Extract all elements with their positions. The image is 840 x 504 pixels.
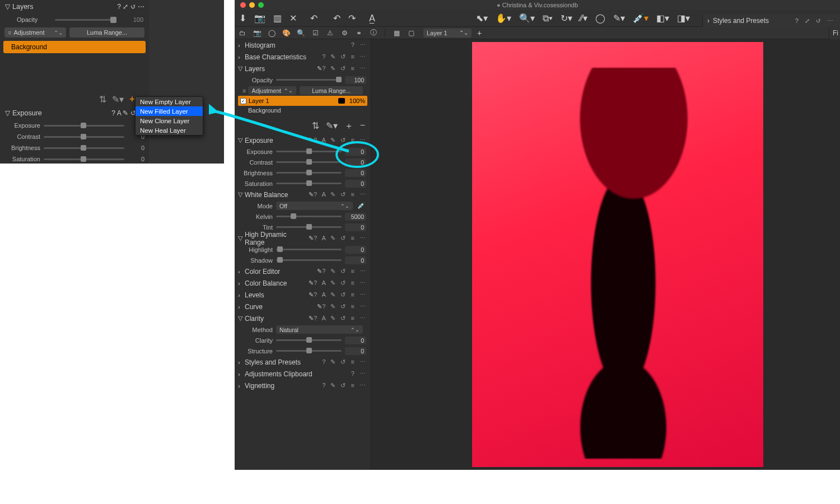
sec-stylespresets[interactable]: ›Styles and Presets ? ✎ ↺ ≡ ⋯ xyxy=(235,356,371,368)
undo-icon[interactable]: ↶ xyxy=(310,13,318,24)
opacity-slider[interactable] xyxy=(276,79,342,81)
brush-icon[interactable]: ✎▾ xyxy=(613,13,625,24)
layer-visible-checkbox[interactable]: ✓ xyxy=(240,98,246,104)
adjustment-dropdown[interactable]: ≡ Adjustment⌃⌄ xyxy=(4,27,66,38)
x-icon[interactable]: ✕ xyxy=(290,13,297,24)
add-layer-button[interactable]: ＋ xyxy=(344,120,353,132)
adjustment-dropdown[interactable]: Adjustment⌃⌄ xyxy=(248,86,296,95)
layer-picker[interactable]: Layer 1⌃⌄ xyxy=(423,29,472,38)
exposure-panel-header[interactable]: ▽ Exposure ? A ✎ ↺ ⋯ xyxy=(0,106,149,120)
tool-tabs: 🗀 📷 ◯ 🎨 🔍 ☑ ⚠ ⚙ ⚭ ⓘ ▦ ▢ Layer 1⌃⌄ + xyxy=(235,27,840,39)
redo-icon[interactable]: ↷ xyxy=(348,13,356,24)
disclosure-icon[interactable]: ▽ xyxy=(4,109,10,117)
single-view-icon[interactable]: ▢ xyxy=(407,29,416,37)
eyedropper-icon[interactable]: 💉▾ xyxy=(633,13,648,24)
edit-icon[interactable]: ✎ xyxy=(317,65,322,72)
disclosure-icon[interactable]: ▽ xyxy=(4,3,10,11)
sec-layers[interactable]: ▽Layers ✎ ? ✎ ↺ ≡ ⋯ xyxy=(235,63,371,74)
close-icon[interactable] xyxy=(240,2,246,8)
camera-icon[interactable]: 📷 xyxy=(254,13,265,24)
cursor-icon[interactable]: ⬉▾ xyxy=(476,13,488,24)
tint-slider[interactable] xyxy=(276,226,342,228)
structure-slider[interactable] xyxy=(276,350,342,352)
layers-panel-header[interactable]: ▽ Layers ? ⤢ ↺ ⋯ xyxy=(0,0,149,13)
info-tab-icon[interactable]: ⓘ xyxy=(369,28,378,38)
layer-row-background[interactable]: Background xyxy=(238,106,367,114)
erase-icon[interactable]: ◧▾ xyxy=(656,13,669,24)
check-tab-icon[interactable]: ☑ xyxy=(311,29,320,37)
import-icon[interactable]: ⬇ xyxy=(239,13,246,24)
straighten-icon[interactable]: ⁄⁄▾ xyxy=(580,13,587,24)
opacity-slider[interactable] xyxy=(55,19,116,21)
brightness-slider[interactable] xyxy=(276,172,342,174)
saturation-slider[interactable] xyxy=(44,158,124,160)
eyedropper-icon[interactable]: 💉 xyxy=(356,202,366,209)
layer-row-layer1[interactable]: ✓ Layer 1 100% xyxy=(238,96,367,106)
brush-icon[interactable]: ✎▾ xyxy=(326,120,338,132)
wb-mode-dropdown[interactable]: Off⌃⌄ xyxy=(276,202,353,210)
exposure-slider[interactable] xyxy=(276,151,342,152)
fi-tab[interactable]: Fi xyxy=(829,27,840,39)
sec-hdr[interactable]: ▽High Dynamic Range ✎? A ✎ ↺ ≡ ⋯ xyxy=(235,232,371,244)
lens-tab-icon[interactable]: ◯ xyxy=(267,29,276,37)
highlight-slider[interactable] xyxy=(276,249,342,250)
remove-layer-button[interactable]: − xyxy=(360,120,365,132)
brightness-slider[interactable] xyxy=(44,147,124,149)
brush-icon[interactable]: ✎▾ xyxy=(112,94,124,105)
sec-coloreditor[interactable]: ›Color Editor✎ ? ✎ ↺ ≡ ⋯ xyxy=(235,265,371,277)
color-tab-icon[interactable]: 🎨 xyxy=(282,29,291,37)
ctx-item[interactable]: New Clone Layer xyxy=(136,116,203,125)
rotate-icon[interactable]: ↻▾ xyxy=(561,13,572,24)
sec-exposure[interactable]: ▽Exposure ✎? A ✎ ↺ ≡ ⋯ xyxy=(235,134,371,146)
sec-levels[interactable]: ›Levels✎ ? A ✎ ↺ ≡ ⋯ xyxy=(235,289,371,301)
styles-presets-bar[interactable]: › Styles and Presets ? ⤢ ↺ ⋯ xyxy=(702,15,840,27)
sec-adjclip[interactable]: ›Adjustments Clipboard ? ⋯ xyxy=(235,368,371,380)
gradient-icon[interactable]: ◨▾ xyxy=(677,13,690,24)
swap-icon[interactable]: ⇅ xyxy=(99,94,106,105)
clarity-method-dropdown[interactable]: Natural⌃⌄ xyxy=(276,325,363,334)
panel-action-icons[interactable]: ? ⤢ ↺ ⋯ xyxy=(117,3,144,11)
sec-curve[interactable]: ›Curve✎ ? ✎ ↺ ≡ ⋯ xyxy=(235,301,371,312)
library-tab-icon[interactable]: 🗀 xyxy=(238,29,247,37)
zoom-icon[interactable] xyxy=(258,2,264,8)
gear-tab-icon[interactable]: ⚙ xyxy=(340,29,349,37)
link-tab-icon[interactable]: ⚭ xyxy=(354,29,363,37)
sec-whitebalance[interactable]: ▽White Balance ✎? A ✎ ↺ ≡ ⋯ xyxy=(235,189,371,200)
sec-base[interactable]: ›Base Characteristics ? ✎ ↺ ≡ ⋯ xyxy=(235,51,371,63)
text-icon[interactable]: A̲ xyxy=(369,13,375,24)
exposure-slider[interactable] xyxy=(44,125,124,127)
mask-icon[interactable] xyxy=(338,98,345,104)
panel-action-icons[interactable]: ? ⤢ ↺ ⋯ xyxy=(795,17,836,25)
ctx-item[interactable]: New Heal Layer xyxy=(136,125,203,135)
crop-icon[interactable]: ⧉▾ xyxy=(543,13,553,24)
luma-range-button[interactable]: Luma Range... xyxy=(300,86,363,95)
folder-open-icon[interactable]: ▥ xyxy=(273,13,282,24)
sec-histogram[interactable]: ›Histogram ? ⋯ xyxy=(235,39,371,51)
sec-clarity[interactable]: ▽Clarity✎ ? A ✎ ↺ ≡ ⋯ xyxy=(235,312,371,324)
shadow-slider[interactable] xyxy=(276,259,342,261)
capture-tab-icon[interactable]: 📷 xyxy=(253,29,262,37)
add-layer-button[interactable]: + xyxy=(129,94,134,105)
luma-range-button[interactable]: Luma Range... xyxy=(69,27,144,38)
swap-icon[interactable]: ⇅ xyxy=(312,120,319,132)
clarity-slider[interactable] xyxy=(276,339,342,341)
zoom-tool-icon[interactable]: 🔍▾ xyxy=(519,13,535,24)
hand-icon[interactable]: ✋▾ xyxy=(496,13,511,24)
kelvin-slider[interactable] xyxy=(276,216,342,217)
contrast-slider[interactable] xyxy=(44,136,124,138)
ctx-item[interactable]: New Filled Layer xyxy=(136,106,203,116)
search-tab-icon[interactable]: 🔍 xyxy=(296,29,305,37)
ctx-item[interactable]: New Empty Layer xyxy=(136,97,203,106)
minimize-icon[interactable] xyxy=(249,2,255,8)
undo2-icon[interactable]: ↶ xyxy=(333,13,340,24)
grid-view-icon[interactable]: ▦ xyxy=(392,29,401,37)
sec-vignetting[interactable]: ›Vignetting ? ✎ ↺ ≡ ⋯ xyxy=(235,380,371,391)
sec-colorbalance[interactable]: ›Color Balance✎ ? A ✎ ↺ ≡ ⋯ xyxy=(235,277,371,289)
canvas[interactable] xyxy=(371,39,840,470)
spot-icon[interactable]: ◯ xyxy=(595,13,605,24)
add-variant-button[interactable]: + xyxy=(477,29,482,38)
layer-row-background[interactable]: Background xyxy=(3,41,146,53)
contrast-slider[interactable] xyxy=(276,161,342,163)
alert-tab-icon[interactable]: ⚠ xyxy=(325,29,334,37)
saturation-slider[interactable] xyxy=(276,183,342,184)
